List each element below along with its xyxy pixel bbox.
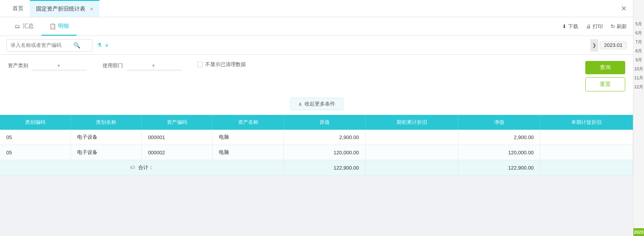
cell-category-name: 电子设备 <box>70 145 141 160</box>
date-badge: 2023.01 <box>600 41 627 49</box>
total-accumulated-depreciation <box>366 160 458 175</box>
sidebar-year: 2023 <box>633 228 644 236</box>
nav-home[interactable]: 首页 <box>6 0 30 17</box>
th-asset-code: 资产编码 <box>142 115 213 130</box>
cell-accumulated-depreciation <box>366 130 458 145</box>
right-sidebar: 5月6月7月8月9月10月11月12月 2023 <box>633 0 644 236</box>
search-input[interactable] <box>11 42 73 48</box>
filter-department-group: 使用部门 ▼ <box>103 61 182 70</box>
total-original-value: 122,900.00 <box>283 160 365 175</box>
sidebar-month-item[interactable]: 7月 <box>634 38 643 46</box>
total-label-cell: 🏷 合计： <box>0 160 283 175</box>
layers-icon: 🗂 <box>14 23 20 29</box>
nav-tab-depreciation[interactable]: 固定资产折旧统计表 × <box>30 0 99 17</box>
cell-current-depreciation <box>540 130 633 145</box>
collapse-bar: ∧ 收起更多条件 <box>0 95 633 115</box>
print-button[interactable]: 🖨 打印 <box>586 23 603 30</box>
nav-tab-close-icon[interactable]: × <box>90 6 93 12</box>
sidebar-month-item[interactable]: 12月 <box>634 82 643 91</box>
chevron-up-icon: ∧ <box>298 101 302 107</box>
collapse-button[interactable]: ∧ 收起更多条件 <box>290 98 343 110</box>
cell-accumulated-depreciation <box>366 145 458 160</box>
chevron-down-icon: ∨ <box>105 42 109 48</box>
cell-net-value: 2,900.00 <box>458 130 540 145</box>
sidebar-month-item[interactable]: 11月 <box>634 73 643 82</box>
print-icon: 🖨 <box>586 23 591 29</box>
date-prev-button[interactable]: ❯ <box>590 39 598 52</box>
refresh-label: 刷新 <box>617 23 627 30</box>
cell-net-value: 120,000.00 <box>458 145 540 160</box>
detail-icon: 📋 <box>49 23 56 29</box>
department-select[interactable]: ▼ <box>127 61 182 70</box>
cell-category-name: 电子设备 <box>70 130 141 145</box>
sidebar-month-item[interactable]: 8月 <box>634 46 643 55</box>
th-category-code: 类别编码 <box>0 115 70 130</box>
search-bar: 🔍 ⚗ ∨ ❯ 2023.01 <box>0 36 633 55</box>
nav-tab-label: 固定资产折旧统计表 <box>36 5 85 13</box>
query-button[interactable]: 查询 <box>585 61 625 74</box>
total-net-value: 122,900.00 <box>458 160 540 175</box>
tab-summary[interactable]: 🗂 汇总 <box>6 17 41 36</box>
download-button[interactable]: ⬇ 下载 <box>562 23 578 30</box>
asset-category-chevron-icon: ▼ <box>57 63 61 68</box>
table-header-row: 类别编码 类别名称 资产编码 资产名称 原值 期初累计折旧 净值 本期计提折旧 <box>0 115 633 130</box>
total-label: 合计： <box>138 164 153 170</box>
th-accumulated-depreciation: 期初累计折旧 <box>366 115 458 130</box>
th-category-name: 类别名称 <box>70 115 141 130</box>
sidebar-month-item[interactable]: 10月 <box>634 64 643 73</box>
filter-icon: ⚗ <box>97 42 102 48</box>
th-current-depreciation: 本期计提折旧 <box>540 115 633 130</box>
toolbar-actions: ⬇ 下载 🖨 打印 ↻ 刷新 <box>562 23 627 30</box>
download-label: 下载 <box>568 23 578 30</box>
filter-buttons: 查询 重置 <box>585 61 625 91</box>
cell-original-value: 2,900.00 <box>283 130 365 145</box>
table-row: 05 电子设备 000001 电脑 2,900.00 2,900.00 <box>0 130 633 145</box>
th-original-value: 原值 <box>283 115 365 130</box>
table-row: 05 电子设备 000002 电脑 120,000.00 120,000.00 <box>0 145 633 160</box>
sidebar-month-item[interactable]: 5月 <box>634 20 643 29</box>
search-input-wrap[interactable]: 🔍 <box>6 39 92 52</box>
data-table: 类别编码 类别名称 资产编码 资产名称 原值 期初累计折旧 净值 本期计提折旧 … <box>0 115 633 175</box>
asset-category-select[interactable]: ▼ <box>32 61 87 70</box>
hide-cleared-label: 不显示已清理数据 <box>205 61 246 68</box>
th-net-value: 净值 <box>458 115 540 130</box>
refresh-button[interactable]: ↻ 刷新 <box>611 23 627 30</box>
filter-area: 资产类别 ▼ 使用部门 ▼ 不显示已清理数据 查询 重置 <box>0 55 633 95</box>
reset-button[interactable]: 重置 <box>585 77 625 91</box>
date-label: 2023.01 <box>604 42 622 48</box>
more-conditions-button[interactable]: ⚗ ∨ <box>97 42 109 48</box>
top-nav: 首页 固定资产折旧统计表 × ✕ <box>0 0 633 17</box>
tab-detail-label: 明细 <box>58 23 69 30</box>
collapse-label: 收起更多条件 <box>305 100 335 107</box>
search-icon[interactable]: 🔍 <box>73 42 81 49</box>
cell-asset-name: 电脑 <box>213 130 283 145</box>
table-wrap: 类别编码 类别名称 资产编码 资产名称 原值 期初累计折旧 净值 本期计提折旧 … <box>0 115 633 175</box>
hide-cleared-checkbox-group[interactable]: 不显示已清理数据 <box>197 61 246 68</box>
total-current-depreciation <box>540 160 633 175</box>
print-label: 打印 <box>593 23 603 30</box>
cell-category-code: 05 <box>0 145 70 160</box>
toolbar-tabs: 🗂 汇总 📋 明细 ⬇ 下载 🖨 打印 ↻ 刷新 <box>0 17 633 36</box>
tab-summary-label: 汇总 <box>23 23 34 30</box>
sidebar-month-item[interactable]: 9月 <box>634 55 643 64</box>
cell-asset-code: 000002 <box>142 145 213 160</box>
total-icon: 🏷 <box>130 164 135 170</box>
cell-asset-code: 000001 <box>142 130 213 145</box>
department-chevron-icon: ▼ <box>152 63 156 68</box>
table-total-row: 🏷 合计： 122,900.00 122,900.00 <box>0 160 633 175</box>
cell-original-value: 120,000.00 <box>283 145 365 160</box>
filter-asset-category-group: 资产类别 ▼ <box>8 61 87 70</box>
refresh-icon: ↻ <box>611 23 615 29</box>
cell-current-depreciation <box>540 145 633 160</box>
department-value <box>130 63 150 68</box>
window-close-icon[interactable]: ✕ <box>621 4 627 13</box>
cell-asset-name: 电脑 <box>213 145 283 160</box>
sidebar-month-item[interactable]: 6月 <box>634 29 643 38</box>
hide-cleared-checkbox[interactable] <box>197 62 203 67</box>
download-icon: ⬇ <box>562 23 566 29</box>
tab-detail[interactable]: 📋 明细 <box>41 17 77 36</box>
asset-category-value <box>35 63 55 68</box>
asset-category-label: 资产类别 <box>8 62 28 69</box>
cell-category-code: 05 <box>0 130 70 145</box>
th-asset-name: 资产名称 <box>213 115 283 130</box>
